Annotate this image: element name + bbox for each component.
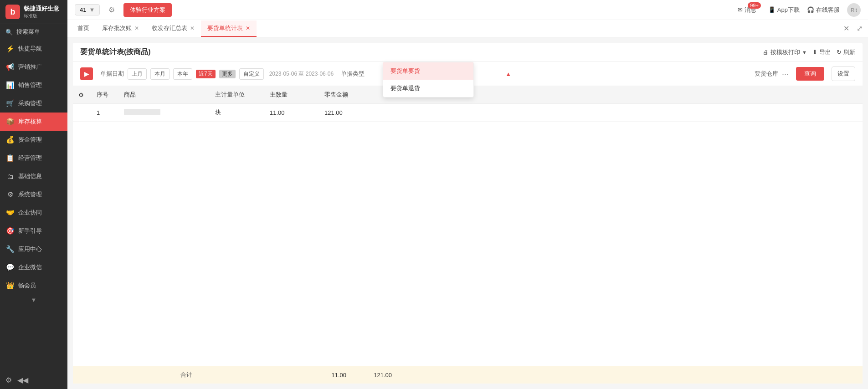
cell-product bbox=[118, 104, 210, 122]
warehouse-more-btn[interactable]: ··· bbox=[782, 69, 789, 79]
sidebar-item-appstore[interactable]: 🔧 应用中心 bbox=[0, 240, 67, 258]
chevron-down-icon: ▼ bbox=[802, 50, 807, 55]
print-btn[interactable]: 🖨 按模板打印 ▼ bbox=[763, 48, 807, 56]
product-placeholder bbox=[124, 109, 160, 115]
dropdown-item-request-return[interactable]: 要货单退货 bbox=[383, 80, 473, 97]
messages-btn[interactable]: ✉ 消息 99+ bbox=[738, 6, 756, 14]
tab-receivable-summary-close[interactable]: ✕ bbox=[190, 25, 195, 31]
search-menu[interactable]: 🔍 搜索菜单 bbox=[0, 24, 67, 40]
sidebar-item-collab[interactable]: 🤝 企业协同 bbox=[0, 204, 67, 222]
message-badge: 99+ bbox=[748, 2, 761, 9]
page-title: 要货单统计表(按商品) bbox=[80, 47, 151, 57]
chevron-down-icon: ▼ bbox=[31, 297, 37, 303]
refresh-icon: ↻ bbox=[837, 49, 842, 56]
date-curr-month-btn[interactable]: 本月 bbox=[150, 68, 169, 80]
query-btn[interactable]: 查询 bbox=[796, 67, 824, 81]
sidebar-item-guide[interactable]: 🎯 新手引导 bbox=[0, 222, 67, 240]
sidebar-item-label: 基础信息 bbox=[18, 172, 42, 180]
company-selector[interactable]: 41 ▼ bbox=[75, 4, 100, 15]
footer-total-label: 合计 bbox=[180, 371, 299, 379]
filter-expand-btn[interactable]: ▶ bbox=[80, 67, 93, 80]
refresh-btn[interactable]: ↻ 刷新 bbox=[837, 48, 855, 56]
date-more-badge[interactable]: 更多 bbox=[219, 70, 236, 78]
footer-quantity: 11.00 bbox=[306, 372, 352, 379]
sidebar-item-inventory[interactable]: 📦 库存核算 bbox=[0, 113, 67, 131]
type-dropdown-arrow[interactable]: ▲ bbox=[505, 71, 511, 77]
date-custom-btn[interactable]: 自定义 bbox=[239, 68, 264, 80]
table-footer: 合计 11.00 121.00 bbox=[73, 366, 863, 384]
date-last7days-badge[interactable]: 近7天 bbox=[196, 70, 216, 78]
appstore-icon: 🔧 bbox=[5, 245, 15, 254]
content-area: 要货单统计表(按商品) 🖨 按模板打印 ▼ ⬇ 导出 ↻ 刷新 ▶ bbox=[67, 37, 868, 389]
tab-inventory-batch-label: 库存批次账 bbox=[102, 24, 132, 32]
sidebar-item-label: 系统管理 bbox=[18, 190, 42, 199]
col-settings[interactable]: ⚙ bbox=[73, 86, 91, 104]
marketing-icon: 📢 bbox=[5, 62, 15, 72]
sidebar-item-finance[interactable]: 💰 资金管理 bbox=[0, 131, 67, 149]
filter-bar: ▶ 单据日期 上月 本月 本年 近7天 更多 自定义 2023-05-06 至 … bbox=[73, 62, 863, 86]
sidebar-logo: b 畅捷通好生意 标准版 bbox=[0, 0, 67, 24]
tabs-bar: 首页 库存批次账 ✕ 收发存汇总表 ✕ 要货单统计表 ✕ ✕ ⤢ bbox=[67, 20, 868, 37]
table-row: 1 块 11.00 121.00 bbox=[73, 104, 863, 122]
sidebar-item-label: 经营管理 bbox=[18, 154, 42, 162]
inventory-icon: 📦 bbox=[5, 117, 15, 126]
topbar-settings-icon[interactable]: ⚙ bbox=[105, 4, 118, 16]
collapse-sidebar-icon[interactable]: ◀◀ bbox=[17, 376, 28, 384]
date-filter-group: 单据日期 上月 本月 本年 近7天 更多 自定义 2023-05-06 至 20… bbox=[100, 68, 334, 80]
sidebar-item-purchase[interactable]: 🛒 采购管理 bbox=[0, 94, 67, 113]
tab-order-summary-label: 要货单统计表 bbox=[207, 24, 243, 32]
company-value: 41 bbox=[80, 6, 86, 13]
settings-bottom-icon[interactable]: ⚙ bbox=[5, 376, 12, 384]
date-prev-month-btn[interactable]: 上月 bbox=[128, 68, 147, 80]
sidebar-item-system[interactable]: ⚙ 系统管理 bbox=[0, 185, 67, 204]
date-range-display: 2023-05-06 至 2023-06-06 bbox=[269, 70, 334, 78]
basic-icon: 🗂 bbox=[5, 172, 15, 181]
sidebar-bottom: ⚙ ◀◀ bbox=[0, 371, 67, 389]
dropdown-item-request-goods[interactable]: 要货单要货 bbox=[383, 62, 473, 80]
tab-inventory-batch-close[interactable]: ✕ bbox=[134, 25, 139, 31]
tab-expand-icon[interactable]: ⤢ bbox=[855, 22, 864, 35]
sidebar-item-label: 企业协同 bbox=[18, 209, 42, 217]
sidebar-item-marketing[interactable]: 📢 营销推广 bbox=[0, 58, 67, 76]
guide-icon: 🎯 bbox=[5, 226, 15, 235]
sidebar-item-sales[interactable]: 📊 销售管理 bbox=[0, 76, 67, 94]
system-icon: ⚙ bbox=[5, 190, 15, 199]
tab-order-summary-close[interactable]: ✕ bbox=[246, 25, 250, 31]
date-curr-year-btn[interactable]: 本年 bbox=[173, 68, 192, 80]
footer-amount: 121.00 bbox=[352, 372, 397, 379]
sidebar-scroll-down[interactable]: ▼ bbox=[0, 295, 67, 305]
sidebar-item-quick-nav[interactable]: ⚡ 快捷导航 bbox=[0, 40, 67, 58]
export-btn[interactable]: ⬇ 导出 bbox=[812, 48, 831, 56]
col-amount: 零售金额 bbox=[319, 86, 374, 104]
cell-empty bbox=[374, 104, 863, 122]
topbar-left: 41 ▼ ⚙ 体验行业方案 bbox=[75, 3, 172, 17]
purchase-icon: 🛒 bbox=[5, 99, 15, 108]
warehouse-label: 要货仓库 bbox=[755, 70, 778, 78]
sidebar-item-member[interactable]: 👑 畅会员 bbox=[0, 276, 67, 295]
tab-inventory-batch[interactable]: 库存批次账 ✕ bbox=[96, 20, 145, 37]
sidebar-item-label: 企业微信 bbox=[18, 263, 42, 271]
tab-home[interactable]: 首页 bbox=[71, 20, 96, 37]
sidebar-item-label: 采购管理 bbox=[18, 99, 42, 107]
sidebar-item-operations[interactable]: 📋 经营管理 bbox=[0, 149, 67, 167]
print-icon: 🖨 bbox=[763, 49, 769, 56]
sidebar-logo-text: 畅捷通好生意 标准版 bbox=[24, 5, 59, 19]
sidebar-item-label: 应用中心 bbox=[18, 245, 42, 253]
table-container: ⚙ 序号 商品 主计量单位 主数量 零售金额 1 bbox=[73, 86, 863, 366]
sidebar-item-label: 快捷导航 bbox=[18, 45, 42, 53]
avatar[interactable]: Rit bbox=[847, 3, 861, 17]
topbar-right: ✉ 消息 99+ 📱 App下载 🎧 在线客服 Rit bbox=[738, 3, 861, 17]
tab-extra: ✕ ⤢ bbox=[842, 22, 864, 35]
cell-quantity: 11.00 bbox=[264, 104, 319, 122]
cell-no: 1 bbox=[91, 104, 118, 122]
tab-order-summary[interactable]: 要货单统计表 ✕ bbox=[201, 20, 257, 37]
app-download-btn[interactable]: 📱 App下载 bbox=[768, 6, 800, 14]
sidebar-item-basic[interactable]: 🗂 基础信息 bbox=[0, 167, 67, 185]
sidebar-item-wechat[interactable]: 💬 企业微信 bbox=[0, 258, 67, 276]
tab-close-all-icon[interactable]: ✕ bbox=[842, 22, 851, 35]
online-service-btn[interactable]: 🎧 在线客服 bbox=[807, 6, 840, 14]
tab-receivable-summary[interactable]: 收发存汇总表 ✕ bbox=[145, 20, 201, 37]
finance-icon: 💰 bbox=[5, 135, 15, 144]
filter-settings-btn[interactable]: 设置 bbox=[832, 67, 855, 81]
trial-btn[interactable]: 体验行业方案 bbox=[123, 3, 172, 17]
